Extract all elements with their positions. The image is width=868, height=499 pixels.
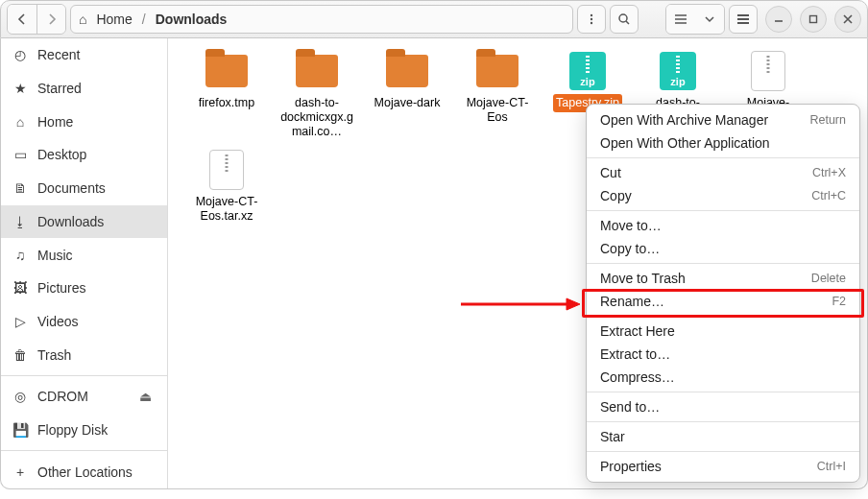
ctx-label: Send to…: [600, 399, 660, 415]
ctx-open-with-archive[interactable]: Open With Archive ManagerReturn: [587, 108, 859, 131]
kebab-icon: [586, 13, 597, 25]
view-segment: [665, 4, 725, 35]
sidebar-item-recent[interactable]: ◴Recent: [1, 38, 167, 72]
view-dropdown-button[interactable]: [695, 5, 724, 34]
sidebar-item-label: Recent: [37, 47, 80, 62]
ctx-send-to[interactable]: Send to…: [587, 395, 859, 418]
sidebar-item-other-locations[interactable]: +Other Locations: [1, 455, 167, 488]
ctx-separator: [587, 392, 859, 392]
maximize-icon: [808, 13, 819, 25]
file-item[interactable]: dash-to-dockmicxgx.gmail.co…: [276, 52, 358, 141]
sidebar-separator: [1, 375, 167, 376]
floppy-icon: 💾: [12, 422, 28, 438]
ctx-open-with-other[interactable]: Open With Other Application: [587, 131, 859, 154]
desktop-icon: ▭: [12, 147, 28, 162]
minimize-icon: [773, 13, 784, 25]
ctx-label: Open With Other Application: [600, 135, 770, 151]
ctx-shortcut: F2: [832, 295, 846, 308]
sidebar-item-pictures[interactable]: 🖼Pictures: [1, 272, 167, 305]
search-button[interactable]: [610, 5, 639, 34]
svg-point-1: [591, 18, 592, 20]
ctx-shortcut: Ctrl+C: [811, 189, 846, 202]
eject-button[interactable]: ⏏: [135, 389, 156, 404]
sidebar-item-label: Starred: [37, 81, 82, 96]
sidebar-item-floppy[interactable]: 💾Floppy Disk: [1, 414, 167, 447]
ctx-cut[interactable]: CutCtrl+X: [587, 161, 859, 184]
sidebar-separator: [1, 450, 167, 451]
ctx-label: Copy to…: [600, 241, 660, 256]
ctx-label: Compress…: [600, 369, 675, 385]
sidebar-item-videos[interactable]: ▷Videos: [1, 305, 167, 339]
svg-point-0: [591, 14, 592, 16]
chevron-down-icon: [705, 14, 714, 24]
sidebar-item-downloads[interactable]: ⭳Downloads: [1, 205, 167, 239]
ctx-copy-to[interactable]: Copy to…: [587, 237, 859, 260]
disc-icon: ◎: [12, 389, 28, 404]
sidebar-item-label: Documents: [37, 180, 106, 196]
ctx-label: Extract Here: [600, 323, 675, 339]
sidebar-item-music[interactable]: ♫Music: [1, 238, 167, 272]
downloads-icon: ⭳: [12, 214, 28, 229]
chevron-right-icon: [46, 13, 58, 25]
sidebar-item-label: Pictures: [37, 280, 86, 296]
archive-icon: [209, 150, 244, 190]
ctx-properties[interactable]: PropertiesCtrl+I: [587, 455, 859, 478]
file-item[interactable]: Mojave-dark: [366, 52, 448, 141]
breadcrumb-home[interactable]: Home: [92, 10, 135, 29]
trash-icon: 🗑: [12, 347, 28, 363]
ctx-move-trash[interactable]: Move to TrashDelete: [587, 267, 859, 290]
zip-icon: zip: [569, 52, 606, 90]
ctx-label: Properties: [600, 459, 662, 474]
maximize-button[interactable]: [800, 6, 827, 33]
ctx-separator: [587, 421, 859, 422]
ctx-label: Open With Archive Manager: [600, 112, 768, 128]
zip-icon: zip: [660, 52, 696, 90]
sidebar-item-label: Desktop: [37, 147, 86, 162]
sidebar-item-label: Music: [37, 248, 73, 263]
sidebar-item-cdrom[interactable]: ◎CDROM⏏: [1, 380, 167, 414]
minimize-button[interactable]: [765, 6, 792, 33]
ctx-rename[interactable]: Rename…F2: [587, 290, 859, 313]
sidebar-item-trash[interactable]: 🗑Trash: [1, 338, 167, 371]
ctx-separator: [587, 263, 859, 264]
ctx-copy[interactable]: CopyCtrl+C: [587, 184, 859, 207]
ctx-label: Extract to…: [600, 346, 670, 362]
list-view-button[interactable]: [666, 5, 695, 34]
ctx-extract-here[interactable]: Extract Here: [587, 320, 859, 343]
close-button[interactable]: [834, 6, 861, 33]
file-item[interactable]: Mojave-CT-Eos.tar.xz: [185, 151, 268, 226]
ctx-label: Move to…: [600, 218, 662, 233]
breadcrumb-current[interactable]: Downloads: [152, 10, 231, 29]
sidebar-item-desktop[interactable]: ▭Desktop: [1, 138, 167, 172]
ctx-move-to[interactable]: Move to…: [587, 214, 859, 237]
sidebar-item-starred[interactable]: ★Starred: [1, 72, 167, 106]
breadcrumb-sep: /: [142, 12, 146, 27]
file-item[interactable]: Mojave-CT-Eos: [456, 52, 539, 141]
ctx-compress[interactable]: Compress…: [587, 366, 859, 389]
ctx-label: Cut: [600, 165, 621, 180]
nav-buttons: [7, 4, 66, 35]
ctx-shortcut: Return: [809, 113, 846, 127]
sidebar-item-home[interactable]: ⌂Home: [1, 105, 167, 138]
context-menu: Open With Archive ManagerReturn Open Wit…: [586, 104, 860, 483]
ctx-separator: [587, 451, 859, 452]
ctx-star[interactable]: Star: [587, 425, 859, 448]
hamburger-menu-button[interactable]: [577, 5, 606, 34]
folder-icon: [296, 55, 338, 87]
back-button[interactable]: [8, 5, 36, 34]
sidebar-item-documents[interactable]: 🗎Documents: [1, 172, 167, 205]
ctx-separator: [587, 316, 859, 317]
ctx-extract-to[interactable]: Extract to…: [587, 343, 859, 366]
pathbar[interactable]: ⌂ Home / Downloads: [70, 5, 573, 34]
forward-button[interactable]: [36, 5, 65, 34]
sidebar-item-label: CDROM: [37, 389, 88, 404]
sidebar-item-label: Floppy Disk: [37, 422, 108, 438]
file-name: Mojave-CT-Eos: [456, 94, 539, 127]
file-item[interactable]: firefox.tmp: [185, 52, 268, 141]
ctx-shortcut: Delete: [811, 272, 846, 285]
sidebar-item-label: Downloads: [37, 214, 104, 229]
file-name: firefox.tmp: [196, 94, 257, 112]
main-menu-button[interactable]: [729, 5, 758, 34]
titlebar: ⌂ Home / Downloads: [0, 0, 868, 38]
ctx-shortcut: Ctrl+I: [817, 460, 846, 473]
